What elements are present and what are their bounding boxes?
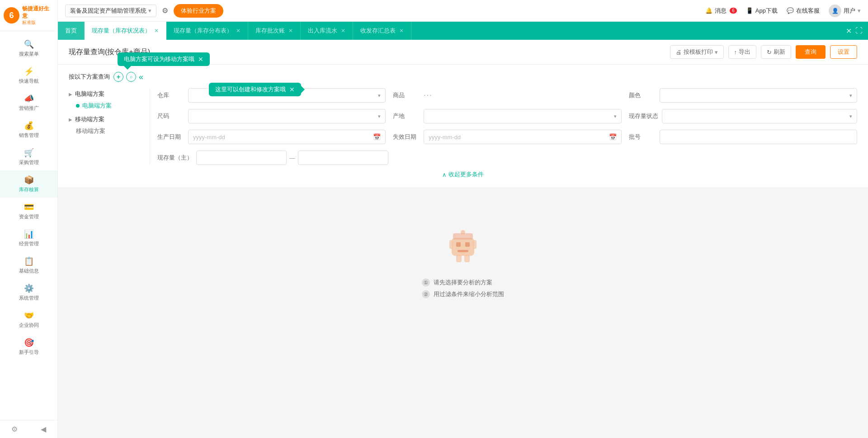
chevron-down-icon: ▾ xyxy=(148,7,151,14)
svg-point-9 xyxy=(461,230,465,235)
filter-manage-btn[interactable]: ○ 电脑方案可设为移动方案哦 ✕ xyxy=(126,72,136,82)
sidebar-item-operation[interactable]: 📊 经营管理 xyxy=(0,225,57,252)
setting-btn[interactable]: 设置 xyxy=(830,45,857,59)
tab-inout-flow[interactable]: 出入库流水 ✕ xyxy=(301,22,353,40)
empty-state: ① 请先选择要分析的方案 ② 用过滤条件来缩小分析范围 xyxy=(58,188,868,316)
tooltip2-close-btn[interactable]: ✕ xyxy=(289,86,295,93)
filter-area: 按以下方案查询 + ○ 电脑方案可设为移动方案哦 ✕ « xyxy=(58,65,868,188)
mobile-scheme-item-0[interactable]: 移动端方案 xyxy=(76,125,142,137)
tabbar-actions: ✕ ⛶ xyxy=(840,27,868,35)
tooltip2-arrow xyxy=(301,86,305,93)
system-select[interactable]: 装备及固定资产辅助管理系统 ▾ xyxy=(65,5,156,17)
logo[interactable]: 6 畅捷通好生意 标准版 xyxy=(0,0,57,31)
guide-icon: 🎯 xyxy=(24,338,34,348)
filter-add-btn[interactable]: + xyxy=(113,72,123,82)
svg-rect-3 xyxy=(458,250,468,252)
trial-button[interactable]: 体验行业方案 xyxy=(174,4,223,18)
svg-rect-1 xyxy=(456,242,461,247)
cooperation-icon: 🤝 xyxy=(24,311,34,320)
batch-input[interactable] xyxy=(660,130,857,144)
mobile-scheme-header[interactable]: ▶ 移动端方案 xyxy=(69,113,142,125)
scheme-panel: ▶ 电脑端方案 电脑端方案 ▶ xyxy=(69,88,150,165)
expire-calendar-icon[interactable]: 📅 xyxy=(609,133,617,141)
filter-cell-origin: 产地 ▾ xyxy=(393,109,621,123)
sidebar-item-inventory[interactable]: 📦 库存核算 xyxy=(0,170,57,198)
pc-scheme-header[interactable]: ▶ 电脑端方案 xyxy=(69,88,142,100)
basic-icon: 📋 xyxy=(24,256,34,266)
tab-expand-btn[interactable]: ⛶ xyxy=(855,27,863,35)
print-btn[interactable]: 🖨 按模板打印 ▾ xyxy=(670,45,724,59)
sidebar-item-marketing[interactable]: 📣 营销推广 xyxy=(0,89,57,116)
tab-receipt-summary[interactable]: 收发存汇总表 ✕ xyxy=(353,22,411,40)
filter-body: ▶ 电脑端方案 电脑端方案 ▶ xyxy=(69,88,857,165)
status-select-arrow: ▾ xyxy=(849,113,852,119)
collapse-btn[interactable]: ∧ 收起更多条件 xyxy=(442,170,484,179)
topbar-right: 🔔 消息 6 📱 App下载 💬 在线客服 👤 用户 ▾ xyxy=(705,5,861,17)
sidebar-item-search[interactable]: 🔍 搜索菜单 xyxy=(0,35,57,62)
filter-cell-expire-date: 失效日期 yyyy-mm-dd 📅 xyxy=(393,130,621,144)
tab-close-receipt-summary[interactable]: ✕ xyxy=(399,28,404,34)
sidebar-item-sales[interactable]: 💰 销售管理 xyxy=(0,116,57,143)
produce-date-input[interactable]: yyyy-mm-dd 📅 xyxy=(188,130,386,144)
tab-home[interactable]: 首页 xyxy=(58,22,85,40)
empty-tips: ① 请先选择要分析的方案 ② 用过滤条件来缩小分析范围 xyxy=(422,278,504,298)
sidebar-item-finance[interactable]: 💳 资金管理 xyxy=(0,198,57,225)
tab-close-inout-flow[interactable]: ✕ xyxy=(341,28,345,34)
pc-scheme-item-0[interactable]: 电脑端方案 xyxy=(76,100,142,112)
tab-close-inventory-status[interactable]: ✕ xyxy=(154,28,159,34)
sidebar-item-cooperation[interactable]: 🤝 企业协同 xyxy=(0,306,57,333)
system-name: 装备及固定资产辅助管理系统 xyxy=(70,7,146,15)
qty-min-input[interactable] xyxy=(196,151,287,165)
filter-row-4: 现存量（主） — xyxy=(157,151,857,165)
message-btn[interactable]: 🔔 消息 6 xyxy=(705,7,737,15)
search-btn[interactable]: 查询 xyxy=(796,45,826,59)
operation-icon: 📊 xyxy=(24,229,34,239)
quick-icon: ⚡ xyxy=(24,66,34,76)
export-btn[interactable]: ↑ 导出 xyxy=(728,45,757,59)
sidebar-item-guide[interactable]: 🎯 新手引导 xyxy=(0,333,57,360)
app-download-btn[interactable]: 📱 App下载 xyxy=(746,7,778,15)
tooltip1-close-btn[interactable]: ✕ xyxy=(198,56,203,63)
tab-close-inventory-dist[interactable]: ✕ xyxy=(236,28,241,34)
status-select[interactable]: ▾ xyxy=(662,109,857,123)
filter-row-2: 尺码 ▾ 产地 ▾ xyxy=(157,109,857,123)
tab-batch-ledger[interactable]: 库存批次账 ✕ xyxy=(248,22,301,40)
tab-inventory-dist[interactable]: 现存量（库存分布表） ✕ xyxy=(166,22,248,40)
origin-select[interactable]: ▾ xyxy=(424,109,621,123)
tab-close-all-btn[interactable]: ✕ xyxy=(846,27,852,35)
logo-text: 畅捷通好生意 标准版 xyxy=(22,5,54,25)
size-select[interactable]: ▾ xyxy=(188,109,386,123)
expire-date-input[interactable]: yyyy-mm-dd 📅 xyxy=(424,130,621,144)
settings-gear-btn[interactable]: ⚙ xyxy=(162,6,168,15)
online-service-btn[interactable]: 💬 在线客服 xyxy=(787,7,820,15)
sidebar-item-quick[interactable]: ⚡ 快速导航 xyxy=(0,62,57,89)
tooltip-scheme-create: 这里可以创建和修改方案哦 ✕ xyxy=(209,83,301,96)
svg-rect-0 xyxy=(452,238,474,256)
qty-max-input[interactable] xyxy=(298,151,388,165)
tab-inventory-status[interactable]: 现存量（库存状况表） ✕ xyxy=(85,22,166,40)
product-dots: ··· xyxy=(424,91,621,99)
tip-num-2: ② xyxy=(422,290,430,298)
user-menu[interactable]: 👤 用户 ▾ xyxy=(829,5,861,17)
sidebar-item-basic[interactable]: 📋 基础信息 xyxy=(0,252,57,279)
refresh-btn[interactable]: ↻ 刷新 xyxy=(761,45,791,59)
produce-calendar-icon[interactable]: 📅 xyxy=(373,133,381,141)
sidebar-settings-btn[interactable]: ⚙ xyxy=(11,425,18,433)
empty-illustration xyxy=(440,224,486,269)
filter-row-3: 生产日期 yyyy-mm-dd 📅 失效日期 yyyy-mm-dd 📅 xyxy=(157,130,857,144)
page-actions: 🖨 按模板打印 ▾ ↑ 导出 ↻ 刷新 查询 设置 xyxy=(670,45,858,59)
color-select[interactable]: ▾ xyxy=(660,88,857,103)
purchase-icon: 🛒 xyxy=(24,148,34,158)
sidebar-item-purchase[interactable]: 🛒 采购管理 xyxy=(0,143,57,170)
filter-back-btn[interactable]: « xyxy=(139,72,143,82)
logo-icon: 6 xyxy=(4,7,19,24)
search-icon: 🔍 xyxy=(24,39,34,49)
svg-rect-5 xyxy=(473,240,476,249)
finance-icon: 💳 xyxy=(24,202,34,212)
sidebar-item-system[interactable]: ⚙️ 系统管理 xyxy=(0,279,57,306)
filter-cell-size: 尺码 ▾ xyxy=(157,109,386,123)
tab-close-batch-ledger[interactable]: ✕ xyxy=(288,28,293,34)
chevron-down-icon-user: ▾ xyxy=(858,7,861,14)
filter-cell-product: 商品 ··· xyxy=(393,88,621,103)
sidebar-collapse-btn[interactable]: ◀ xyxy=(41,425,46,433)
